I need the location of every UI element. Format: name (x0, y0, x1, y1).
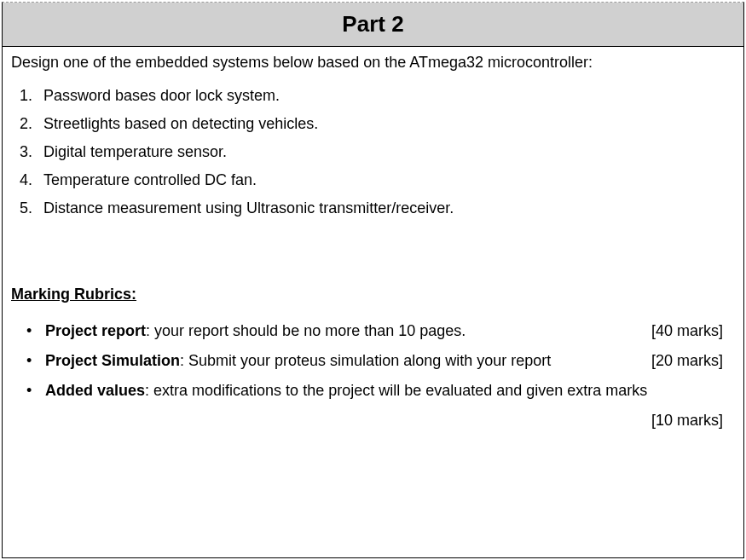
rubric-desc: : Submit your proteus simulation along w… (180, 352, 551, 369)
rubric-item: Project report: your report should be no… (45, 322, 735, 340)
document-container: Part 2 Design one of the embedded system… (2, 2, 744, 558)
option-item: 3.Digital temperature sensor. (43, 143, 735, 161)
rubric-marks: [20 marks] (651, 352, 723, 370)
option-text: Password bases door lock system. (43, 87, 280, 104)
rubrics-list: Project report: your report should be no… (11, 322, 735, 430)
rubric-item: Project Simulation: Submit your proteus … (45, 352, 735, 370)
rubric-marks: [10 marks] (45, 412, 723, 430)
option-item: 4.Temperature controlled DC fan. (43, 171, 735, 189)
rubric-desc: : extra modifications to the project wil… (145, 382, 647, 399)
option-item: 5.Distance measurement using Ultrasonic … (43, 199, 735, 217)
option-item: 2.Streetlights based on detecting vehicl… (43, 115, 735, 133)
rubric-desc: : your report should be no more than 10 … (146, 322, 466, 339)
option-item: 1.Password bases door lock system. (43, 87, 735, 105)
rubric-marks: [40 marks] (651, 322, 723, 340)
options-list: 1.Password bases door lock system. 2.Str… (11, 87, 735, 217)
page-title: Part 2 (3, 11, 743, 38)
rubric-label: Project Simulation (45, 352, 180, 369)
rubric-label: Added values (45, 382, 145, 399)
document-content: Design one of the embedded systems below… (3, 47, 743, 448)
option-text: Streetlights based on detecting vehicles… (43, 115, 318, 132)
option-text: Temperature controlled DC fan. (43, 171, 257, 188)
rubric-text: Project report: your report should be no… (45, 322, 466, 340)
rubric-text: Project Simulation: Submit your proteus … (45, 352, 551, 370)
document-header: Part 2 (3, 3, 743, 47)
rubric-item: Added values: extra modifications to the… (45, 382, 735, 430)
rubrics-heading: Marking Rubrics: (11, 286, 735, 303)
rubric-label: Project report (45, 322, 146, 339)
intro-text: Design one of the embedded systems below… (11, 54, 735, 72)
option-text: Distance measurement using Ultrasonic tr… (43, 199, 454, 216)
rubric-text: Added values: extra modifications to the… (45, 382, 647, 399)
option-text: Digital temperature sensor. (43, 143, 227, 160)
